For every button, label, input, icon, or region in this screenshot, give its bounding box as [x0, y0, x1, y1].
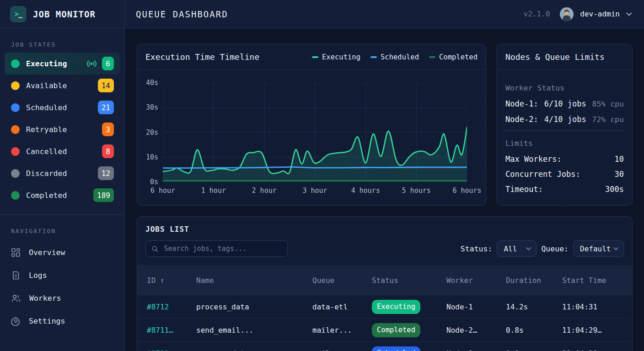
- x-tick-label: 3 hour: [302, 186, 327, 195]
- job-states-list: Executing 6 Available 14 Scheduled 21 Re…: [0, 53, 124, 206]
- y-tick-label: 0s: [150, 178, 158, 186]
- node-status-row: Node-2: 4/10 jobs 72% cpu: [505, 115, 624, 124]
- search-icon: [151, 245, 158, 253]
- legend-item: Scheduled: [370, 53, 419, 61]
- count-badge: 3: [102, 122, 114, 136]
- live-signal-icon: [86, 60, 97, 67]
- col-queue[interactable]: Queue: [312, 276, 372, 285]
- x-tick-label: 6 hours: [452, 186, 481, 195]
- table-row[interactable]: #8711… send_email... mailer... Completed…: [137, 319, 632, 342]
- app-title: JOB MONITOR: [33, 9, 96, 19]
- count-badge: 21: [98, 101, 114, 114]
- y-axis-labels: 40s30s20s10s0s: [137, 83, 158, 182]
- status-dot: [11, 169, 20, 178]
- gear-icon: [11, 316, 21, 326]
- job-id-link[interactable]: #8710: [147, 349, 196, 351]
- job-id-link[interactable]: #8712: [147, 303, 196, 311]
- main-content: Execution Time Timeline ExecutingSchedul…: [125, 29, 644, 351]
- y-tick-label: 30s: [146, 103, 158, 112]
- status-dot: [11, 103, 20, 112]
- nodes-panel-title: Nodes & Queue Limits: [505, 52, 605, 62]
- y-tick-label: 20s: [146, 128, 158, 137]
- count-badge: 12: [98, 166, 114, 180]
- col-start-time[interactable]: Start Time: [562, 276, 623, 285]
- y-tick-label: 10s: [146, 153, 158, 161]
- jobs-table-header: ID ↑ Name Queue Status Worker Duration S…: [137, 265, 632, 295]
- limit-row: Max Workers: 10: [505, 154, 624, 164]
- status-dot: [11, 81, 20, 90]
- avatar[interactable]: [560, 7, 574, 21]
- x-tick-label: 4 hours: [351, 186, 380, 195]
- navigation-list: Overview Logs Workers Settings: [0, 239, 124, 334]
- sidebar-item-overview[interactable]: Overview: [5, 241, 120, 264]
- chart-title: Execution Time Timeline: [145, 52, 259, 62]
- sidebar-item-cancelled[interactable]: Cancelled 8: [5, 140, 120, 162]
- queue-filter-label: Queue:: [541, 245, 569, 253]
- worker-status-heading: Worker Status: [505, 84, 624, 92]
- document-icon: [11, 271, 21, 280]
- status-dot: [11, 59, 20, 68]
- nodes-queue-limits-panel: Nodes & Queue Limits Worker Status Node-…: [497, 44, 633, 206]
- limit-row: Concurrent Jobs: 30: [505, 170, 624, 179]
- execution-timeline-panel: Execution Time Timeline ExecutingSchedul…: [137, 44, 486, 206]
- sidebar-item-completed[interactable]: Completed 189: [5, 184, 120, 206]
- x-tick-label: 2 hour: [252, 186, 277, 195]
- sidebar-item-retryable[interactable]: Retryable 3: [5, 118, 120, 140]
- status-filter-label: Status:: [461, 245, 493, 253]
- navigation-heading: NAVIGATION: [0, 215, 124, 239]
- col-id[interactable]: ID ↑: [147, 276, 196, 285]
- job-states-heading: JOB STATES: [0, 28, 124, 53]
- chart-legend: ExecutingScheduledCompleted: [312, 53, 478, 61]
- version-label: v2.1.0: [524, 10, 550, 18]
- col-status[interactable]: Status: [372, 276, 446, 285]
- sidebar-item-executing[interactable]: Executing 6: [5, 53, 120, 74]
- people-icon: [11, 293, 21, 303]
- search-input[interactable]: [164, 245, 282, 253]
- sidebar-item-available[interactable]: Available 14: [5, 74, 120, 96]
- user-menu[interactable]: dev-admin: [580, 10, 620, 18]
- count-badge: 14: [98, 79, 114, 92]
- sidebar-item-workers[interactable]: Workers: [5, 287, 120, 309]
- status-filter-select[interactable]: All: [497, 240, 537, 257]
- status-badge: Completed: [372, 323, 420, 337]
- col-name[interactable]: Name: [196, 276, 312, 285]
- count-badge: 8: [102, 144, 114, 158]
- count-badge: 6: [102, 57, 114, 70]
- sidebar: JOB STATES Executing 6 Available 14 Sche…: [0, 28, 125, 351]
- chevron-down-icon[interactable]: [626, 12, 632, 16]
- limit-row: Timeout: 300s: [505, 185, 624, 194]
- table-row[interactable]: #8712 process_data data-etl Executing No…: [137, 295, 632, 319]
- jobs-list-title: JOBS LIST: [145, 225, 624, 234]
- job-id-link[interactable]: #8711…: [147, 326, 196, 335]
- terminal-logo-icon: >_: [10, 6, 27, 22]
- col-duration[interactable]: Duration: [506, 276, 562, 285]
- queue-filter-select[interactable]: Default: [573, 240, 624, 257]
- timeline-plot: [163, 83, 467, 182]
- sidebar-item-discarded[interactable]: Discarded 12: [5, 162, 120, 184]
- x-tick-label: 6 hour: [150, 186, 175, 195]
- limits-heading: Limits: [505, 139, 624, 148]
- chevron-down-icon: [526, 247, 531, 250]
- chart-body: 40s30s20s10s0s 6 hour1 hour2 hour3 hour4…: [137, 70, 486, 206]
- legend-item: Completed: [429, 53, 478, 61]
- status-dot: [11, 191, 20, 200]
- timeline-plot-area: [163, 83, 467, 182]
- x-tick-label: 1 hour: [201, 186, 226, 195]
- sidebar-item-logs[interactable]: Logs: [5, 264, 120, 287]
- top-bar: >_ JOB MONITOR QUEUE DASHBOARD v2.1.0 de…: [0, 0, 644, 28]
- status-badge: Scheduled: [372, 346, 420, 351]
- search-jobs-input-wrap: [145, 240, 288, 257]
- page-title: QUEUE DASHBOARD: [136, 9, 228, 19]
- sidebar-item-scheduled[interactable]: Scheduled 21: [5, 96, 120, 118]
- brand: >_ JOB MONITOR: [0, 0, 125, 28]
- sidebar-item-settings[interactable]: Settings: [5, 309, 120, 332]
- table-row[interactable]: #8710 process_data mailer Scheduled Node…: [137, 342, 632, 351]
- y-tick-label: 40s: [146, 79, 158, 87]
- status-badge: Executing: [372, 300, 420, 314]
- status-dot: [11, 125, 20, 134]
- col-worker[interactable]: Worker: [446, 276, 506, 285]
- node-status-row: Node-1: 6/10 jobs 85% cpu: [505, 99, 624, 108]
- legend-item: Executing: [312, 53, 360, 61]
- jobs-table: ID ↑ Name Queue Status Worker Duration S…: [137, 265, 632, 351]
- grid-icon: [11, 248, 21, 257]
